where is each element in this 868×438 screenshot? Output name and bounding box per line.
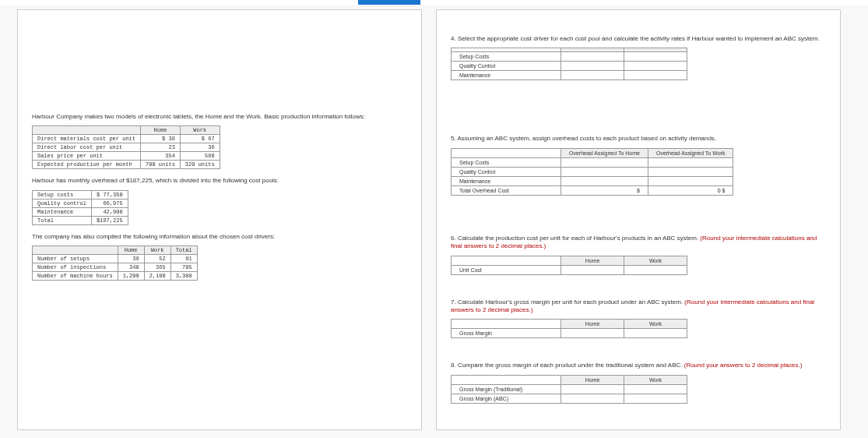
table-row: Unit Cost: [452, 265, 687, 274]
q5-table: Overhead Assigned To Home Overhead Assig…: [451, 148, 733, 196]
table-row: Number of setups 39 52 91: [33, 255, 198, 263]
table-row: Setup Costs: [452, 52, 687, 62]
table-row: Setup Costs: [452, 157, 733, 167]
table-row: Gross Margin: [452, 329, 687, 338]
top-bar: [0, 0, 868, 5]
table-row: Total$187,225: [33, 216, 128, 224]
q8-table: Home Work Gross Margin (Traditional) Gro…: [451, 375, 687, 404]
table-row: Sales price per unit 354 580: [33, 152, 220, 161]
table-row: Expected production per month 700 units …: [33, 161, 220, 169]
q6-table: Home Work Unit Cost: [451, 256, 687, 275]
q7-table: Home Work Gross Margin: [451, 319, 687, 338]
table-row: Quality Control: [452, 62, 687, 71]
table-row: Maintenance: [452, 71, 687, 80]
q8-text: 8. Compare the gross margin of each prod…: [451, 362, 826, 369]
cost-drivers-table: Home Work Total Number of setups 39 52 9…: [32, 245, 198, 281]
production-info-table: Home Work Direct materials cost per unit…: [32, 125, 220, 169]
top-accent: [358, 0, 420, 5]
q4-table: Setup Costs Quality Control Maintenance: [451, 48, 687, 80]
q5-text: 5. Assuming an ABC system, assign overhe…: [451, 135, 826, 143]
q4-text: 4. Select the appropriate cost driver fo…: [451, 35, 826, 43]
table-row: Maintenance: [452, 176, 733, 185]
q7-text: 7. Calculate Harbour's gross margin per …: [451, 298, 826, 315]
table-row: Total Overhead Cost$0 $: [452, 185, 733, 195]
table-row: Direct materials cost per unit $ 38 $ 67: [33, 135, 220, 143]
q6-text: 6. Calculate the production cost per uni…: [451, 235, 826, 251]
table-row: Gross Margin (Traditional): [452, 384, 687, 394]
table-row: Number of inspections 340 365 705: [33, 263, 198, 272]
page-left: Harbour Company makes two models of elec…: [17, 9, 422, 430]
table-row: Maintenance42,900: [33, 207, 128, 216]
drivers-text: The company has also compiled the follow…: [32, 233, 407, 241]
table-row: Quality control66,975: [33, 199, 128, 207]
table-row: Setup costs$ 77,350: [33, 190, 128, 199]
cost-pools-table: Setup costs$ 77,350 Quality control66,97…: [32, 190, 128, 225]
table-row: Gross Margin (ABC): [452, 394, 687, 403]
table-row: Number of machine hours 1,200 2,100 3,30…: [33, 272, 198, 281]
table-row: Quality Control: [452, 167, 733, 176]
table-row: Direct labor cost per unit 23 36: [33, 143, 220, 152]
page-right: 4. Select the appropriate cost driver fo…: [436, 9, 841, 430]
intro-text: Harbour Company makes two models of elec…: [32, 113, 407, 121]
overhead-text: Harbour has monthly overhead of $187,225…: [32, 177, 407, 185]
